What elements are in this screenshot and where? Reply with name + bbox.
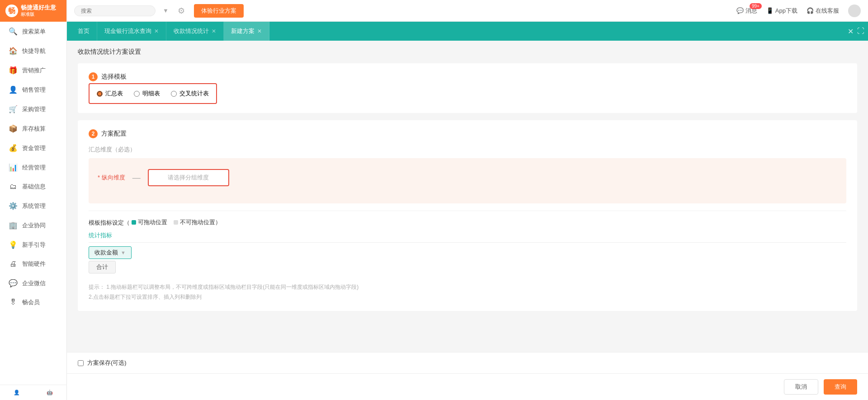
non-draggable-dot	[174, 220, 178, 225]
metric-tag-collection-amount[interactable]: 收款金额 ▼	[89, 246, 132, 259]
sidebar-item-purchase[interactable]: 🛒采购管理	[0, 99, 66, 119]
step1-section: 1 选择模板 汇总表 明细表 交叉统计表	[78, 63, 857, 113]
tab-collection-close-icon[interactable]: ✕	[212, 28, 216, 34]
maximize-icon[interactable]: ⛶	[857, 27, 864, 36]
sidebar-item-finance[interactable]: 💰资金管理	[0, 138, 66, 158]
sidebar-item-marketing[interactable]: 🎁营销推广	[0, 61, 66, 80]
medal-icon: 🎖	[9, 298, 18, 306]
sidebar-item-label: 搜索菜单	[22, 28, 46, 36]
sidebar-item-sales[interactable]: 👤销售管理	[0, 80, 66, 99]
logo-text: 畅捷通好生意	[21, 4, 56, 11]
page-title: 收款情况统计方案设置	[78, 48, 857, 56]
sidebar-item-corp[interactable]: 🏢企业协同	[0, 216, 66, 235]
metric-tag-dropdown-icon[interactable]: ▼	[121, 250, 126, 255]
sidebar-item-label: 经营管理	[22, 164, 46, 172]
sidebar-item-quicknav[interactable]: 🏠快捷导航	[0, 41, 66, 61]
home-icon: 🏠	[9, 47, 18, 55]
radio-cross-label: 交叉统计表	[179, 89, 209, 98]
sidebar-item-operation[interactable]: 📊经营管理	[0, 158, 66, 177]
avatar[interactable]	[848, 5, 861, 17]
close-window-icon[interactable]: ✕	[848, 27, 854, 36]
sidebar-item-inventory[interactable]: 📦库存核算	[0, 119, 66, 138]
metrics-label: 统计指标	[89, 231, 846, 243]
sidebar-item-label: 畅会员	[22, 298, 40, 306]
notification-item[interactable]: 💬 消息 99+	[736, 7, 757, 15]
radio-summary[interactable]: 汇总表	[97, 89, 123, 98]
avatar-icon: 👤	[14, 390, 20, 395]
topbar: ▼ ⚙ 体验行业方案 💬 消息 99+ 📱 App下载 🎧 在线客服	[67, 0, 868, 22]
sidebar-item-label: 系统管理	[22, 202, 46, 210]
content-wrapper: 收款情况统计方案设置 1 选择模板 汇总表 明细表	[67, 41, 868, 400]
tab-new-plan-close-icon[interactable]: ✕	[257, 28, 262, 34]
template-options-group: 汇总表 明细表 交叉统计表	[89, 83, 217, 104]
metrics-header: 模板指标设定（ 可拖动位置 不可拖动位置）	[89, 218, 846, 227]
sidebar-item-basic[interactable]: 🗂基础信息	[0, 177, 66, 196]
sidebar-logo: 畅 畅捷通好生意 标准版	[0, 0, 66, 22]
radio-detail-label: 明细表	[142, 89, 160, 98]
step2-section: 2 方案配置 汇总维度（必选） * 纵向维度 — 请选择分组维度	[78, 120, 857, 311]
sidebar-item-guide[interactable]: 💡新手引导	[0, 235, 66, 254]
cancel-button[interactable]: 取消	[784, 379, 818, 395]
tab-cashflow-close-icon[interactable]: ✕	[154, 28, 159, 34]
tab-collection[interactable]: 收款情况统计 ✕	[166, 22, 224, 41]
query-button[interactable]: 查询	[824, 379, 857, 395]
radio-cross[interactable]: 交叉统计表	[171, 89, 209, 98]
cart-icon: 🛒	[9, 105, 18, 113]
tab-home-label: 首页	[78, 27, 90, 35]
tip-1: 提示： 1.拖动标题栏可以调整布局，不可跨维度或指标区域拖动栏目字段(只能在同一…	[89, 282, 846, 292]
dimension-title: 汇总维度（必选）	[89, 146, 846, 154]
tab-home[interactable]: 首页	[71, 22, 97, 41]
tab-cashflow-label: 现金银行流水查询	[104, 27, 151, 35]
search-dropdown-icon[interactable]: ▼	[163, 7, 169, 14]
settings-icon[interactable]: ⚙	[178, 6, 185, 16]
sidebar: 畅 畅捷通好生意 标准版 🔍搜索菜单 🏠快捷导航 🎁营销推广 👤销售管理 🛒采购…	[0, 0, 67, 400]
tip-2: 2.点击标题栏下拉可设置排序、插入列和删除列	[89, 292, 846, 302]
non-draggable-hint-label: 不可拖动位置）	[180, 218, 221, 226]
tab-new-plan[interactable]: 新建方案 ✕	[224, 22, 269, 41]
sidebar-item-label: 采购管理	[22, 105, 46, 113]
industry-plan-button[interactable]: 体验行业方案	[194, 4, 244, 18]
main-area: ▼ ⚙ 体验行业方案 💬 消息 99+ 📱 App下载 🎧 在线客服 首页	[67, 0, 868, 400]
user-icon: 👤	[9, 85, 18, 94]
download-icon: 📱	[766, 7, 774, 14]
sidebar-item-search[interactable]: 🔍搜索菜单	[0, 22, 66, 41]
building-icon: 🏢	[9, 221, 18, 230]
sidebar-item-label: 基础信息	[22, 183, 46, 191]
download-item[interactable]: 📱 App下载	[766, 7, 797, 15]
sidebar-item-system[interactable]: ⚙️系统管理	[0, 196, 66, 216]
dimension-section: 汇总维度（必选） * 纵向维度 — 请选择分组维度	[89, 146, 846, 203]
sidebar-item-label: 智能硬件	[22, 260, 46, 268]
dimension-selector[interactable]: 请选择分组维度	[148, 169, 229, 186]
sidebar-item-label: 企业协同	[22, 221, 46, 230]
metrics-tags: 收款金额 ▼ 合计	[89, 246, 152, 273]
sidebar-bottom-user2[interactable]: 🤖	[33, 390, 67, 395]
dimension-area: * 纵向维度 — 请选择分组维度	[89, 158, 846, 203]
metrics-header-text: 模板指标设定（ 可拖动位置 不可拖动位置）	[89, 218, 221, 227]
radio-summary-label: 汇总表	[105, 89, 123, 98]
sidebar-item-member[interactable]: 🎖畅会员	[0, 293, 66, 312]
dimension-row: * 纵向维度 — 请选择分组维度	[98, 169, 837, 186]
sidebar-item-wechat[interactable]: 💬企业微信	[0, 273, 66, 293]
save-label[interactable]: 方案保存(可选)	[87, 359, 127, 367]
dimension-arrow-icon: —	[132, 173, 141, 183]
sidebar-item-hardware[interactable]: 🖨智能硬件	[0, 254, 66, 273]
search-input[interactable]	[74, 5, 156, 16]
gear-icon: ⚙️	[9, 202, 18, 210]
box-icon: 📦	[9, 124, 18, 133]
tab-collection-label: 收款情况统计	[174, 27, 209, 35]
sidebar-item-label: 新手引导	[22, 241, 46, 249]
step2-label: 方案配置	[101, 130, 127, 138]
download-label: App下载	[775, 7, 797, 15]
support-item[interactable]: 🎧 在线客服	[807, 7, 839, 15]
sidebar-bottom-user1[interactable]: 👤	[0, 390, 33, 395]
draggable-hint-label: 可拖动位置	[138, 218, 167, 226]
sidebar-item-label: 销售管理	[22, 86, 46, 94]
radio-detail[interactable]: 明细表	[134, 89, 160, 98]
chart-icon: 📊	[9, 163, 18, 172]
message-icon: 💬	[736, 7, 744, 14]
save-section: 方案保存(可选)	[67, 352, 868, 373]
money-icon: 💰	[9, 144, 18, 152]
search-icon: 🔍	[9, 27, 18, 36]
save-checkbox[interactable]	[78, 360, 84, 366]
tab-cashflow[interactable]: 现金银行流水查询 ✕	[97, 22, 166, 41]
